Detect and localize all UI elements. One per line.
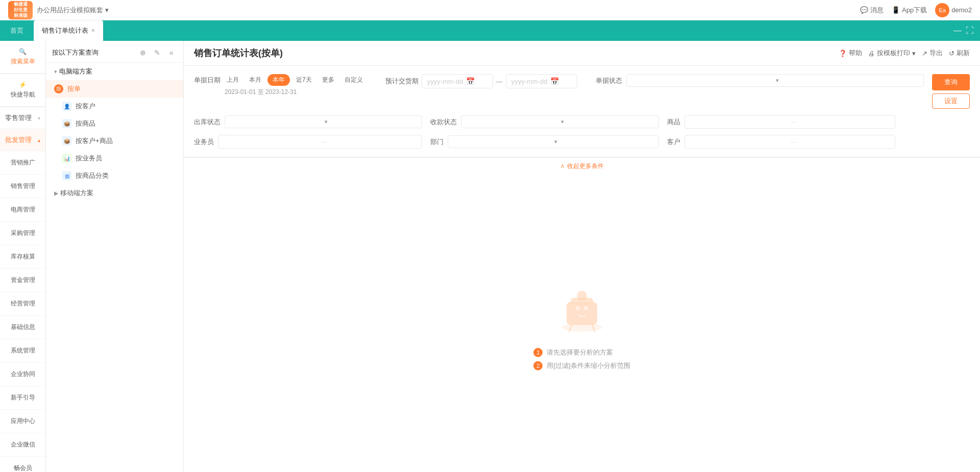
collapse-bar[interactable]: ∧ 收起更多条件 — [184, 157, 980, 175]
sidebar-item-marketing[interactable]: 营销推广 — [0, 151, 45, 175]
desktop-section-header[interactable]: ▾ 电脑端方案 — [46, 63, 183, 80]
mobile-section-header[interactable]: ▶ 移动端方案 — [46, 184, 183, 202]
salesperson-select[interactable]: ··· — [218, 135, 422, 149]
scheme-by-salesperson[interactable]: 📊 按业务员 — [46, 150, 183, 167]
outbound-chevron-icon: ▾ — [325, 119, 417, 125]
collapse-panel-btn[interactable]: « — [166, 47, 177, 58]
refresh-btn[interactable]: ↺ 刷新 — [949, 49, 970, 58]
add-scheme-btn[interactable]: ⊕ — [137, 47, 149, 58]
template-print-btn[interactable]: 🖨 按模板打印 ▾ — [868, 49, 916, 58]
sidebar-item-basic[interactable]: 基础信息 — [0, 316, 45, 339]
right-panel: 销售订单统计表(按单) ❓ 帮助 🖨 按模板打印 ▾ ↗ — [184, 41, 980, 472]
download-icon: 📱 — [892, 6, 900, 14]
customer-label: 客户 — [667, 137, 680, 147]
outbound-select[interactable]: ▾ — [225, 115, 422, 128]
sidebar-item-enterprise[interactable]: 企业协同 — [0, 363, 45, 386]
customer-dots-icon[interactable]: ··· — [791, 138, 890, 146]
system-label: 系统管理 — [11, 346, 35, 355]
top-bar-right: 💬 消息 📱 App下载 Ea demo2 — [860, 3, 972, 17]
industry-selector[interactable]: 办公用品行业模拟账套 ▾ — [37, 6, 109, 15]
dept-chevron-icon: ▾ — [554, 138, 653, 145]
page-header: 销售订单统计表(按单) ❓ 帮助 🖨 按模板打印 ▾ ↗ — [184, 41, 980, 66]
member-label: 畅会员 — [14, 464, 32, 472]
sidebar-item-purchase[interactable]: 采购管理 — [0, 222, 45, 245]
sidebar-item-wholesale[interactable]: 批发管理 ▴ — [0, 129, 45, 151]
collapse-up-icon: ∧ — [560, 162, 565, 170]
expected-date-start[interactable]: yyyy-mm-dd 📅 — [422, 74, 493, 88]
minimize-icon[interactable]: — — [953, 26, 962, 35]
user-name: demo2 — [951, 6, 972, 14]
sidebar-item-quick-nav[interactable]: ⚡ 快捷导航 — [0, 74, 45, 107]
print-chevron-icon: ▾ — [912, 50, 916, 57]
filter-date: 单据日期 上月 本月 本年 近7天 更多 自定义 2023-01-01 至 20… — [194, 74, 367, 97]
this-month-btn[interactable]: 本月 — [245, 74, 265, 86]
scheme-by-goods[interactable]: 📦 按商品 — [46, 115, 183, 132]
ecommerce-label: 电商管理 — [11, 205, 35, 214]
sidebar-item-apps[interactable]: 应用中心 — [0, 410, 45, 433]
messages-btn[interactable]: 💬 消息 — [860, 6, 884, 15]
tip-num-2: 2 — [533, 361, 543, 370]
empty-tips: 1 请先选择要分析的方案 2 用[过滤]条件来缩小分析范围 — [533, 348, 630, 370]
user-profile[interactable]: Ea demo2 — [935, 3, 972, 17]
status-chevron-icon: ▾ — [776, 77, 918, 84]
tab-home[interactable]: 首页 — [0, 20, 34, 41]
goods-select[interactable]: ··· — [684, 115, 895, 129]
export-icon: ↗ — [922, 50, 927, 57]
status-select[interactable]: ▾ — [626, 74, 924, 87]
sidebar-item-member[interactable]: 畅会员 — [0, 457, 45, 472]
scheme-by-customer-goods[interactable]: 📦 按客户+商品 — [46, 132, 183, 150]
help-btn[interactable]: ❓ 帮助 — [839, 49, 862, 58]
salesperson-label: 业务员 — [194, 137, 214, 147]
scheme-icon-cust-goods: 📦 — [62, 136, 71, 146]
filter-expected-date: 预计交货期 yyyy-mm-dd 📅 — yyyy-mm-dd 📅 — [385, 74, 577, 88]
scheme-icon-customer: 👤 — [62, 102, 71, 111]
scheme-icon-category: ▦ — [62, 171, 71, 180]
sidebar-item-retail[interactable]: 零售管理 ▾ — [0, 107, 45, 129]
sidebar-item-wechat[interactable]: 企业微信 — [0, 433, 45, 457]
goods-dots-icon[interactable]: ··· — [791, 118, 890, 126]
this-year-btn[interactable]: 本年 — [267, 74, 290, 86]
date-range-display: 2023-01-01 至 2023-12-31 — [194, 88, 367, 97]
filter-dept: 部门 ▾ — [430, 135, 658, 148]
sidebar-item-inventory[interactable]: 库存核算 — [0, 245, 45, 269]
sidebar-item-newbie[interactable]: 新手引导 — [0, 386, 45, 410]
status-label: 单据状态 — [596, 76, 622, 85]
payment-select[interactable]: ▾ — [461, 115, 658, 128]
settings-btn[interactable]: 设置 — [932, 93, 970, 109]
salesperson-dots-icon[interactable]: ··· — [321, 138, 416, 146]
app-download-btn[interactable]: 📱 App下载 — [892, 6, 927, 15]
sidebar-item-search[interactable]: 🔍 搜索菜单 — [0, 41, 45, 74]
sidebar-item-management[interactable]: 经营管理 — [0, 292, 45, 316]
scheme-label-customer: 按客户 — [76, 102, 95, 111]
export-btn[interactable]: ↗ 导出 — [922, 49, 943, 58]
calendar-icon-start[interactable]: 📅 — [466, 77, 475, 85]
main-content: 🔍 搜索菜单 ⚡ 快捷导航 零售管理 ▾ 批发管理 ▴ 营销推广 销售管理 电商… — [0, 41, 980, 472]
chevron-down-icon: ▴ — [38, 137, 40, 143]
calendar-icon-end[interactable]: 📅 — [550, 77, 559, 85]
sidebar-item-sales[interactable]: 销售管理 — [0, 175, 45, 198]
tab-close-icon[interactable]: × — [91, 27, 95, 34]
sidebar-item-ecommerce[interactable]: 电商管理 — [0, 198, 45, 222]
customer-select[interactable]: ··· — [684, 135, 895, 149]
edit-scheme-btn[interactable]: ✎ — [152, 47, 163, 58]
prev-month-btn[interactable]: 上月 — [223, 74, 243, 86]
outbound-label: 出库状态 — [194, 117, 220, 127]
logo-text: 畅捷通好生意标准版 — [14, 2, 28, 18]
tip-text-1: 请先选择要分析的方案 — [547, 348, 613, 357]
expected-date-end[interactable]: yyyy-mm-dd 📅 — [506, 74, 577, 88]
last7-btn[interactable]: 近7天 — [292, 74, 316, 86]
scheme-by-order[interactable]: 按 按单 — [46, 80, 183, 98]
custom-btn[interactable]: 自定义 — [340, 74, 367, 86]
scheme-label-goods: 按商品 — [76, 119, 95, 128]
scheme-by-category[interactable]: ▦ 按商品分类 — [46, 167, 183, 184]
maximize-icon[interactable]: ⛶ — [966, 26, 974, 35]
more-btn[interactable]: 更多 — [318, 74, 338, 86]
scheme-by-customer[interactable]: 👤 按客户 — [46, 98, 183, 115]
query-btn[interactable]: 查询 — [932, 74, 970, 90]
tab-sales-statistics[interactable]: 销售订单统计表 × — [34, 20, 103, 41]
wechat-label: 企业微信 — [11, 440, 35, 449]
dept-select[interactable]: ▾ — [448, 135, 658, 148]
sidebar-item-finance[interactable]: 资金管理 — [0, 269, 45, 292]
purchase-label: 采购管理 — [11, 229, 35, 238]
sidebar-item-system[interactable]: 系统管理 — [0, 339, 45, 363]
